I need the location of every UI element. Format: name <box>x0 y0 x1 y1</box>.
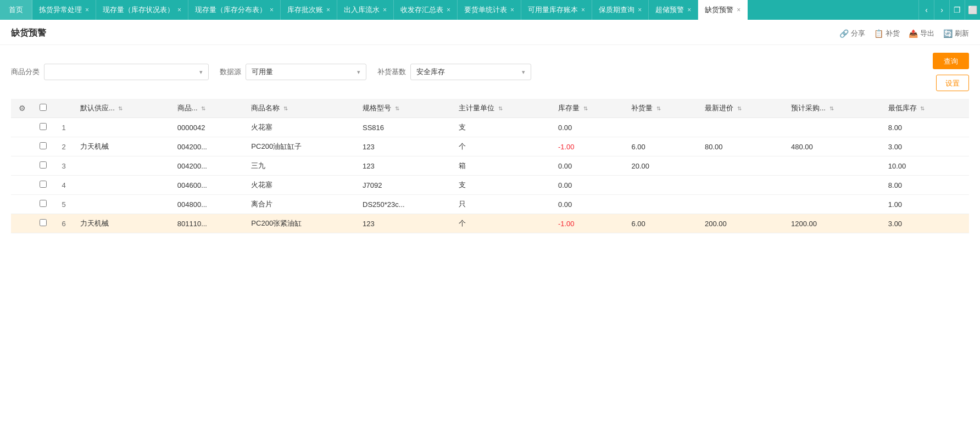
row-supplier-0 <box>75 118 172 137</box>
col-replenish-label: 补货量 <box>631 104 653 112</box>
tab-close-stock2[interactable]: × <box>270 6 274 14</box>
row-minstock-4: 1.00 <box>883 195 969 214</box>
table-settings-icon[interactable]: ⚙ <box>19 104 26 113</box>
row-stock-1: -1.00 <box>553 137 626 156</box>
tab-stock2[interactable]: 现存量（库存分布表）× <box>188 0 281 20</box>
col-spec-sort-icon[interactable]: ⇅ <box>395 105 399 111</box>
tab-label-home: 首页 <box>9 5 23 15</box>
replenish-base-select[interactable]: 安全库存 ▾ <box>410 64 531 80</box>
tab-close-overstock[interactable]: × <box>687 6 691 14</box>
col-code-sort-icon[interactable]: ⇅ <box>201 105 205 111</box>
settings-button[interactable]: 设置 <box>936 75 969 91</box>
col-supplier-sort-icon[interactable]: ⇅ <box>118 105 122 111</box>
col-name-sort-icon[interactable]: ⇅ <box>283 105 288 111</box>
row-est-3 <box>786 176 883 195</box>
row-num-2: 3 <box>53 156 75 176</box>
row-checkbox-3[interactable] <box>40 181 47 188</box>
row-check-3 <box>33 176 53 195</box>
query-button[interactable]: 查询 <box>933 53 969 69</box>
tab-label-stock2: 现存量（库存分布表） <box>195 5 266 15</box>
category-filter-group: 商品分类 ▾ <box>11 64 209 80</box>
row-checkbox-4[interactable] <box>40 200 47 207</box>
tab-summary[interactable]: 收发存汇总表× <box>394 0 458 20</box>
tab-label-summary: 收发存汇总表 <box>400 5 443 15</box>
row-setting-1 <box>11 137 33 156</box>
select-all-checkbox[interactable] <box>40 104 47 111</box>
table-row: 1 0000042 火花塞 SS816 支 0.00 8.00 <box>11 118 969 137</box>
tab-close-pick[interactable]: × <box>85 6 89 14</box>
share-button[interactable]: 🔗 分享 <box>839 29 865 38</box>
row-checkbox-5[interactable] <box>40 219 47 226</box>
replenish-base-label: 补货基数 <box>377 67 406 77</box>
tab-close-batch[interactable]: × <box>326 6 330 14</box>
row-unit-2: 箱 <box>453 156 553 176</box>
row-checkbox-0[interactable] <box>40 123 47 130</box>
col-header-minstock: 最低库存 ⇅ <box>883 99 969 118</box>
replenish-button[interactable]: 📋 补货 <box>874 29 900 38</box>
col-header-unit: 主计量单位 ⇅ <box>453 99 553 118</box>
tab-home[interactable]: 首页 <box>0 0 32 20</box>
row-checkbox-2[interactable] <box>40 161 47 169</box>
row-unit-5: 个 <box>453 214 553 233</box>
export-button[interactable]: 📤 导出 <box>909 29 934 38</box>
row-unit-3: 支 <box>453 176 553 195</box>
row-setting-5 <box>11 214 33 233</box>
tab-avail[interactable]: 可用量库存账本× <box>521 0 592 20</box>
row-minstock-1: 3.00 <box>883 137 969 156</box>
col-code-label: 商品... <box>177 104 198 112</box>
row-est-1: 480.00 <box>786 137 883 156</box>
tab-maximize[interactable]: ⬜ <box>965 0 980 20</box>
row-price-5: 200.00 <box>699 214 786 233</box>
tab-order[interactable]: 要货单统计表× <box>458 0 521 20</box>
row-name-0: 火花塞 <box>246 118 357 137</box>
refresh-button[interactable]: 🔄 刷新 <box>943 29 969 38</box>
tab-overstock[interactable]: 超储预警× <box>649 0 698 20</box>
row-spec-2: 123 <box>357 156 453 176</box>
row-name-5: PC200张紧油缸 <box>246 214 357 233</box>
tab-close-flow[interactable]: × <box>383 6 387 14</box>
tab-close-order[interactable]: × <box>510 6 514 14</box>
tab-shortage[interactable]: 缺货预警× <box>698 0 748 20</box>
col-header-est: 预计采购... ⇅ <box>786 99 883 118</box>
row-minstock-5: 3.00 <box>883 214 969 233</box>
row-code-5: 801110... <box>172 214 246 233</box>
tab-restore[interactable]: ❐ <box>949 0 965 20</box>
category-select[interactable]: ▾ <box>44 64 209 80</box>
col-minstock-sort-icon[interactable]: ⇅ <box>920 105 925 111</box>
tab-scroll-left[interactable]: ‹ <box>918 0 934 20</box>
datasource-select[interactable]: 可用量 ▾ <box>246 64 366 80</box>
tab-pick[interactable]: 拣货异常处理× <box>32 0 96 20</box>
tab-label-avail: 可用量库存账本 <box>528 5 578 15</box>
row-checkbox-1[interactable] <box>40 142 47 149</box>
tab-close-summary[interactable]: × <box>447 6 450 14</box>
col-supplier-label: 默认供应... <box>80 104 115 112</box>
tab-label-stock1: 现存量（库存状况表） <box>103 5 174 15</box>
row-name-2: 三九 <box>246 156 357 176</box>
tab-expire[interactable]: 保质期查询× <box>592 0 649 20</box>
col-price-sort-icon[interactable]: ⇅ <box>737 105 742 111</box>
row-check-0 <box>33 118 53 137</box>
col-unit-sort-icon[interactable]: ⇅ <box>498 105 503 111</box>
col-est-sort-icon[interactable]: ⇅ <box>829 105 834 111</box>
tab-close-avail[interactable]: × <box>581 6 585 14</box>
col-spec-label: 规格型号 <box>363 104 391 112</box>
row-replenish-1: 6.00 <box>626 137 699 156</box>
col-unit-label: 主计量单位 <box>459 104 494 112</box>
row-num-5: 6 <box>53 214 75 233</box>
row-code-2: 004200... <box>172 156 246 176</box>
tab-stock1[interactable]: 现存量（库存状况表）× <box>96 0 188 20</box>
tab-flow[interactable]: 出入库流水× <box>337 0 394 20</box>
tab-batch[interactable]: 库存批次账× <box>281 0 337 20</box>
row-stock-4: 0.00 <box>553 195 626 214</box>
tab-close-shortage[interactable]: × <box>737 6 740 14</box>
col-stock-sort-icon[interactable]: ⇅ <box>583 105 588 111</box>
tab-close-stock1[interactable]: × <box>177 6 181 14</box>
tab-label-expire: 保质期查询 <box>599 5 634 15</box>
col-replenish-sort-icon[interactable]: ⇅ <box>656 105 661 111</box>
tab-scroll-right[interactable]: › <box>934 0 949 20</box>
row-minstock-3: 8.00 <box>883 176 969 195</box>
tab-close-expire[interactable]: × <box>638 6 642 14</box>
col-header-stock: 库存量 ⇅ <box>553 99 626 118</box>
row-num-4: 5 <box>53 195 75 214</box>
row-code-1: 004200... <box>172 137 246 156</box>
